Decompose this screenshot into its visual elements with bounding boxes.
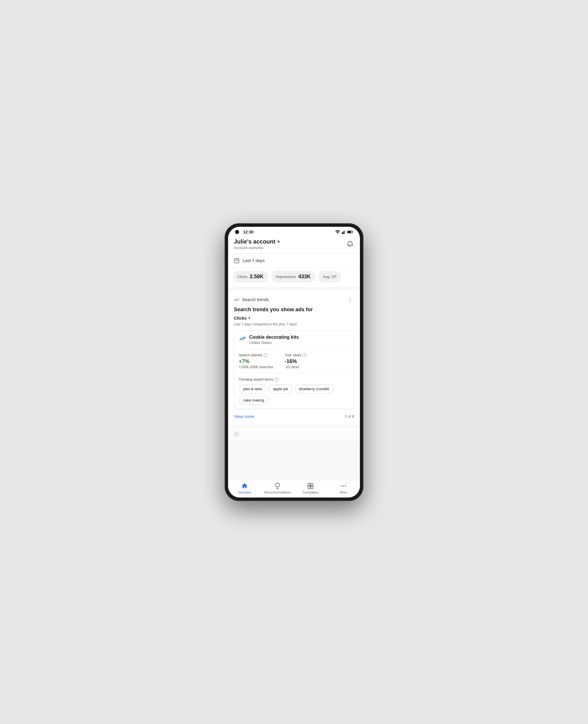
svg-rect-1: [342, 232, 342, 234]
card-stats: Search interest ? +7% +150K-200K searche…: [234, 349, 354, 374]
svg-rect-4: [345, 230, 346, 234]
svg-rect-17: [308, 483, 310, 486]
nav-overview[interactable]: Overview: [228, 482, 261, 494]
metric-clicks-label: Clicks: [237, 275, 248, 279]
trend-line-icon: [234, 297, 240, 302]
clicks-filter[interactable]: Clicks ▾: [234, 316, 354, 321]
card-title-block: Cookie decorating kits United States: [249, 335, 299, 345]
search-trends-section: Search trends ⋮ Search trends you show a…: [228, 290, 360, 425]
card-title: Cookie decorating kits: [249, 335, 299, 340]
svg-rect-18: [311, 483, 313, 486]
your-clicks-stat: Your clicks ? -16% -33 clicks: [285, 353, 307, 369]
section-title: Search trends: [242, 297, 269, 302]
lightbulb-icon: [274, 482, 281, 489]
metric-impressions-value: 433K: [298, 274, 311, 280]
search-interest-stat: Search interest ? +7% +150K-200K searche…: [239, 353, 273, 369]
metric-impressions[interactable]: Impressions 433K: [271, 271, 315, 283]
clicks-filter-chevron: ▾: [248, 316, 250, 320]
section-header: Search trends ⋮: [228, 290, 360, 307]
card-header: Cookie decorating kits United States: [234, 330, 354, 349]
tag-apple-pie[interactable]: apple pie: [269, 384, 293, 394]
section-menu-button[interactable]: ⋮: [346, 295, 354, 304]
search-interest-label: Search interest ?: [239, 353, 273, 357]
notification-bell-button[interactable]: [346, 240, 354, 248]
next-section-icon: [234, 431, 239, 437]
search-trends-container: Search trends you show ads for Clicks ▾ …: [228, 307, 360, 425]
svg-point-23: [345, 485, 346, 486]
svg-point-22: [343, 485, 344, 486]
tag-blueberry-crumble[interactable]: blueberry crumble: [295, 384, 334, 394]
status-bar: 12:30: [228, 227, 360, 236]
tag-pies-tarts[interactable]: pies & tarts: [239, 384, 266, 394]
card-subtitle: United States: [249, 340, 299, 345]
main-content: Last 7 days Clicks 2.58K Impressions 433…: [228, 254, 360, 480]
bottom-nav: Overview Recommendations Campaigns: [228, 480, 360, 498]
trending-up-icon: [239, 335, 246, 342]
svg-rect-6: [352, 231, 353, 232]
account-name: Julie's account: [234, 238, 275, 245]
trending-terms-label: Trending search terms ?: [239, 378, 349, 382]
period-text: Last 7 days compared to the prior 7 days: [234, 322, 354, 326]
next-section-label: …: [241, 432, 246, 437]
search-tags: pies & tarts apple pie blueberry crumble…: [239, 384, 349, 405]
view-more-button[interactable]: View more: [234, 414, 254, 419]
svg-rect-2: [343, 232, 344, 234]
your-clicks-value: -16%: [285, 358, 307, 364]
metrics-row: Clicks 2.58K Impressions 433K Avg. CP: [228, 268, 360, 287]
search-interest-value: +7%: [239, 358, 273, 364]
account-title[interactable]: Julie's account ▾: [234, 238, 279, 245]
more-icon: [340, 482, 347, 489]
svg-point-0: [337, 233, 338, 234]
signal-icon: [342, 230, 346, 234]
your-clicks-label: Your clicks ?: [285, 353, 307, 357]
svg-rect-3: [344, 230, 344, 234]
nav-recommendations-label: Recommendations: [264, 490, 291, 494]
battery-icon: [347, 230, 353, 234]
search-interest-help[interactable]: ?: [264, 353, 267, 357]
phone-screen: 12:30: [228, 227, 360, 498]
search-trends-headline: Search trends you show ads for: [234, 307, 354, 313]
nav-campaigns-label: Campaigns: [302, 490, 319, 494]
metric-clicks-value: 2.58K: [250, 274, 264, 280]
camera-notch: [235, 230, 239, 234]
svg-rect-8: [235, 259, 239, 263]
svg-rect-7: [348, 231, 351, 233]
card-trending-terms: Trending search terms ? pies & tarts app…: [234, 374, 354, 409]
your-clicks-sub: -33 clicks: [285, 365, 307, 369]
campaigns-icon: [307, 482, 314, 489]
nav-campaigns[interactable]: Campaigns: [294, 482, 327, 494]
header-left: Julie's account ▾ Account overview: [234, 238, 279, 250]
next-section-peek: …: [228, 427, 360, 441]
clicks-filter-label: Clicks: [234, 316, 247, 321]
metric-avg-cp[interactable]: Avg. CP: [318, 271, 341, 283]
pagination-text: 1 of 6: [344, 414, 354, 419]
svg-rect-19: [308, 486, 310, 488]
svg-point-21: [341, 485, 342, 486]
status-time: 12:30: [243, 230, 254, 234]
metric-avgcp-label: Avg. CP: [323, 275, 336, 279]
nav-overview-label: Overview: [238, 490, 251, 494]
wifi-icon: [335, 230, 340, 234]
home-icon: [241, 482, 248, 489]
svg-rect-20: [311, 486, 313, 488]
calendar-icon: [234, 258, 240, 263]
phone-frame: 12:30: [225, 223, 363, 501]
date-range-label: Last 7 days: [243, 258, 265, 263]
nav-recommendations[interactable]: Recommendations: [261, 482, 294, 494]
trend-card: Cookie decorating kits United States Sea…: [234, 330, 354, 409]
status-icons: [335, 230, 353, 234]
account-dropdown-chevron[interactable]: ▾: [277, 239, 279, 244]
trending-terms-help[interactable]: ?: [275, 378, 279, 382]
search-interest-sub: +150K-200K searches: [239, 365, 273, 369]
bell-icon: [346, 241, 354, 247]
section-title-row: Search trends: [234, 297, 269, 302]
tag-cake-making[interactable]: cake making: [239, 396, 269, 405]
date-filter-row[interactable]: Last 7 days: [228, 254, 360, 268]
view-more-row: View more 1 of 6: [234, 409, 354, 420]
account-subtitle: Account overview: [234, 246, 279, 250]
your-clicks-help[interactable]: ?: [302, 353, 307, 357]
metric-clicks[interactable]: Clicks 2.58K: [233, 271, 268, 283]
metric-impressions-label: Impressions: [276, 275, 296, 279]
header: Julie's account ▾ Account overview: [228, 236, 360, 254]
nav-more[interactable]: More: [327, 482, 360, 494]
